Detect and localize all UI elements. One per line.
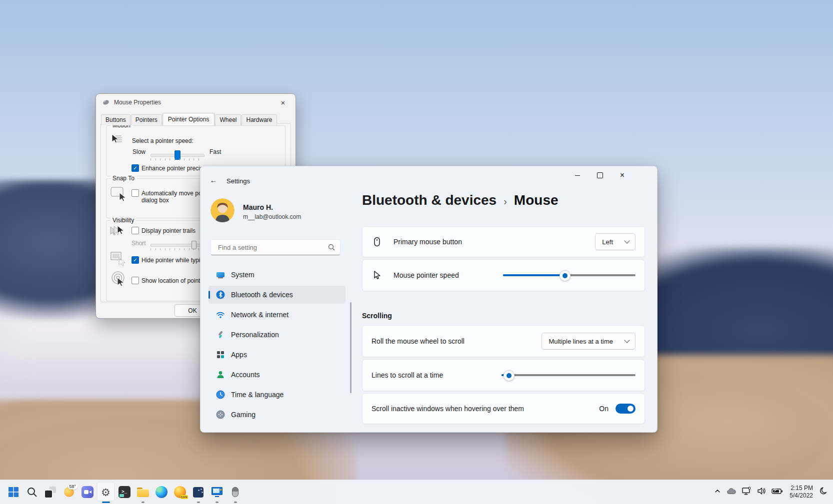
monitor-icon — [742, 487, 752, 498]
tab-wheel[interactable]: Wheel — [215, 114, 241, 125]
sidebar-item-network-internet[interactable]: Network & internet — [208, 306, 346, 324]
slider-thumb[interactable] — [560, 270, 570, 281]
speaker-icon — [756, 487, 766, 498]
enhance-precision-checkbox[interactable]: ✓ — [132, 164, 139, 172]
toggle-knob — [628, 406, 634, 412]
visibility-legend: Visibility — [110, 217, 136, 224]
sidebar-item-accounts[interactable]: Accounts — [208, 366, 346, 384]
mouse-settings-app-button[interactable] — [226, 480, 244, 504]
trails-ticks — [150, 248, 204, 250]
tray-chevron-button[interactable] — [712, 482, 724, 502]
taskbar-clock[interactable]: 2:15 PM 5/4/2022 — [786, 485, 816, 500]
user-name: Mauro H. — [243, 203, 273, 211]
start-button[interactable] — [4, 480, 22, 504]
running-app-indicator — [216, 502, 218, 503]
widgets-button[interactable]: 58° — [60, 480, 78, 504]
tab-buttons[interactable]: Buttons — [101, 114, 130, 125]
search-icon[interactable] — [328, 244, 335, 251]
file-explorer-button[interactable] — [134, 480, 152, 504]
short-label: Short — [132, 240, 146, 247]
sidebar-item-label: Personalization — [231, 331, 279, 339]
tab-pointers[interactable]: Pointers — [131, 114, 162, 125]
auto-move-checkbox[interactable] — [132, 189, 139, 197]
system-tray: 2:15 PM 5/4/2022 — [712, 480, 830, 504]
search-button[interactable] — [22, 480, 41, 504]
close-button[interactable]: × — [611, 167, 634, 184]
pointer-speed-slider[interactable] — [503, 270, 636, 280]
sidebar-item-apps[interactable]: Apps — [208, 346, 346, 364]
chat-button[interactable] — [78, 480, 96, 504]
scroll-inactive-toggle[interactable] — [616, 404, 636, 414]
running-app-indicator — [234, 502, 237, 503]
check-icon: ✓ — [133, 258, 137, 263]
sidebar-item-bluetooth-devices[interactable]: Bluetooth & devices — [208, 286, 346, 304]
breadcrumb: Bluetooth & devices › Mouse — [362, 192, 558, 208]
sidebar-item-personalization[interactable]: Personalization — [208, 326, 346, 344]
page-title: Mouse — [514, 192, 558, 208]
primary-button-dropdown[interactable]: Left — [595, 233, 636, 250]
tab-pointer-options[interactable]: Pointer Options — [162, 113, 215, 125]
dropdown-value: Multiple lines at a time — [548, 338, 613, 345]
minimize-button[interactable] — [566, 167, 588, 184]
search-box[interactable] — [210, 239, 340, 255]
pointer-trails-icon — [108, 225, 128, 242]
selected-indicator — [208, 291, 210, 299]
notifications-button[interactable] — [817, 482, 830, 502]
slider-thumb[interactable] — [504, 370, 514, 381]
sidebar-item-time-language[interactable]: Time & language — [208, 386, 346, 404]
fast-label: Fast — [210, 148, 221, 155]
moon-icon — [819, 487, 828, 498]
tab-hardware[interactable]: Hardware — [242, 114, 276, 125]
builder-app-button[interactable] — [189, 480, 208, 504]
setting-label: Scroll inactive windows when hovering ov… — [372, 405, 524, 413]
terminal-button[interactable]: >_ — [115, 480, 134, 504]
hide-pointer-label: Hide pointer while typing — [142, 257, 207, 264]
show-location-checkbox[interactable] — [132, 277, 139, 284]
setting-label: Lines to scroll at a time — [372, 371, 443, 379]
breadcrumb-parent[interactable]: Bluetooth & devices — [362, 192, 496, 208]
mouse-app-icon — [232, 487, 238, 497]
slow-label: Slow — [132, 148, 146, 155]
display-tray-button[interactable] — [740, 482, 754, 502]
folder-icon — [137, 488, 149, 497]
onedrive-button[interactable] — [724, 482, 738, 502]
avatar[interactable] — [210, 198, 234, 222]
lines-scroll-slider[interactable] — [502, 370, 636, 380]
task-view-icon — [45, 487, 56, 498]
snap-to-icon — [110, 187, 126, 204]
network-icon — [216, 310, 225, 319]
chevron-up-icon — [714, 487, 722, 497]
search-input[interactable] — [217, 243, 328, 252]
volume-button[interactable] — [754, 482, 768, 502]
edge-canary-button[interactable]: CAN — [170, 480, 189, 504]
sidebar-item-gaming[interactable]: Gaming — [208, 406, 346, 424]
display-trails-checkbox[interactable] — [132, 227, 139, 234]
user-email: m__lab@outlook.com — [243, 213, 301, 220]
gaming-icon — [216, 410, 225, 419]
dropdown-value: Left — [602, 238, 613, 246]
display-app-button[interactable] — [208, 480, 226, 504]
clock-date: 5/4/2022 — [790, 492, 813, 500]
wheel-scroll-dropdown[interactable]: Multiple lines at a time — [542, 333, 636, 350]
sidebar-item-system[interactable]: System — [208, 266, 346, 284]
sidebar-item-label: Accounts — [231, 371, 260, 379]
mouse-icon — [102, 98, 110, 106]
back-button[interactable]: ← — [206, 173, 222, 187]
task-view-button[interactable] — [41, 480, 60, 504]
window-title: Settings — [226, 177, 250, 185]
dialog-close-icon[interactable]: × — [276, 97, 290, 108]
sidebar-scrollbar[interactable] — [350, 302, 352, 393]
hide-pointer-checkbox[interactable]: ✓ — [132, 256, 139, 264]
battery-button[interactable] — [770, 482, 786, 502]
select-speed-label: Select a pointer speed: — [132, 137, 194, 144]
weather-sun-icon: 58° — [64, 487, 74, 497]
cube-app-icon — [193, 487, 204, 498]
mouse-properties-titlebar[interactable]: Mouse Properties × — [96, 94, 296, 111]
edge-button[interactable] — [152, 480, 170, 504]
active-app-indicator — [102, 502, 110, 503]
taskbar-app-icons: 58° ⚙ >_ CAN — [4, 480, 244, 504]
settings-taskbar-button[interactable]: ⚙ — [96, 480, 115, 504]
taskbar: 58° ⚙ >_ CAN — [0, 480, 833, 504]
maximize-button[interactable] — [588, 167, 611, 184]
sidebar-item-label: Bluetooth & devices — [231, 291, 293, 299]
